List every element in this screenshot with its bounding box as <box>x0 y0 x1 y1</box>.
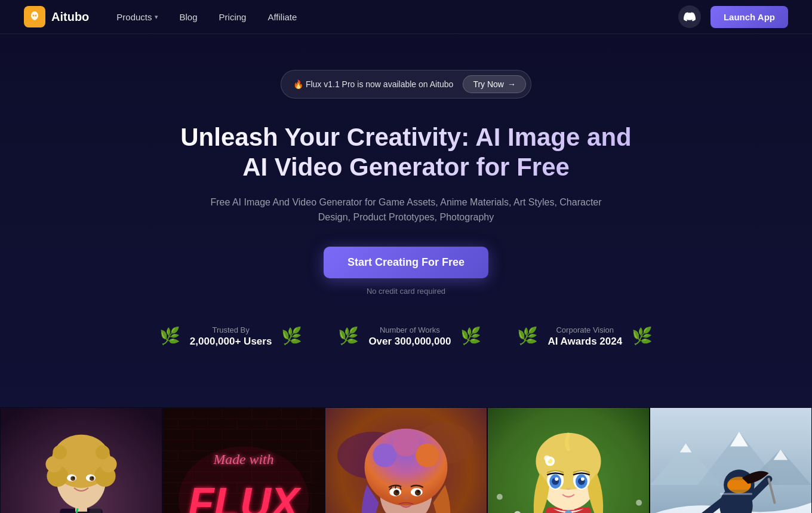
no-credit-text: No credit card required <box>367 287 445 296</box>
gallery-item-skier[interactable] <box>650 407 812 513</box>
chevron-down-icon: ▾ <box>155 13 158 21</box>
nav-right: Launch App <box>678 5 788 28</box>
svg-point-0 <box>33 15 35 17</box>
svg-point-128 <box>417 490 420 493</box>
nav-links: Products ▾ Blog Pricing Affiliate <box>108 7 305 27</box>
launch-app-button[interactable]: Launch App <box>710 6 788 28</box>
stats-row: 🌿 Trusted By 2,000,000+ Users 🌿 🌿 Number… <box>159 325 653 348</box>
cta-button[interactable]: Start Creating For Free <box>324 247 488 278</box>
announcement-bar[interactable]: 🔥 Flux v1.1 Pro is now available on Aitu… <box>281 70 531 99</box>
nav-left: Aitubo Products ▾ Blog Pricing Affiliate <box>24 6 305 27</box>
logo-link[interactable]: Aitubo <box>24 6 89 27</box>
svg-text:FLUX: FLUX <box>188 479 302 513</box>
try-now-button[interactable]: Try Now → <box>463 75 526 93</box>
svg-point-15 <box>96 446 110 460</box>
svg-point-121 <box>416 444 439 468</box>
stat-award: 🌿 Corporate Vision AI Awards 2024 🌿 <box>517 325 653 348</box>
gallery-art-flux: Made with FLUX FLUX <box>163 408 324 513</box>
gallery-item-anime[interactable] <box>487 407 650 513</box>
svg-point-151 <box>581 477 585 481</box>
gallery-row: Made with FLUX FLUX <box>0 407 812 513</box>
laurel-right-trusted: 🌿 <box>281 328 302 345</box>
svg-point-21 <box>73 477 75 479</box>
hero-subtitle: Free AI Image And Video Generator for Ga… <box>203 195 609 225</box>
laurel-right-works: 🌿 <box>460 328 481 345</box>
nav-link-products[interactable]: Products ▾ <box>108 7 166 27</box>
stat-works: 🌿 Number of Works Over 300,000,000 🌿 <box>338 325 481 348</box>
svg-point-154 <box>544 455 550 461</box>
hero-title: Unleash Your Creativity: AI Image and AI… <box>167 122 645 183</box>
gallery-art-skier <box>650 408 811 513</box>
laurel-left-award: 🌿 <box>517 328 538 345</box>
laurel-left-trusted: 🌿 <box>159 328 180 345</box>
svg-point-16 <box>74 440 88 454</box>
svg-point-14 <box>53 446 67 460</box>
svg-text:Made with: Made with <box>213 451 273 467</box>
discord-button[interactable] <box>678 5 701 28</box>
navigation: Aitubo Products ▾ Blog Pricing Affiliate <box>0 0 812 34</box>
gallery-wrapper: Made with FLUX FLUX <box>0 407 812 513</box>
brand-name: Aitubo <box>51 10 89 24</box>
nav-link-pricing[interactable]: Pricing <box>211 7 255 27</box>
hero-section: 🔥 Flux v1.1 Pro is now available on Aitu… <box>0 34 812 407</box>
svg-point-138 <box>636 500 642 506</box>
gallery-art-colorful-hair <box>325 408 487 513</box>
laurel-left-works: 🌿 <box>338 328 359 345</box>
svg-point-137 <box>497 494 503 500</box>
gallery-art-woman <box>1 408 162 513</box>
svg-point-1 <box>35 15 37 17</box>
laurel-right-award: 🌿 <box>632 328 653 345</box>
arrow-right-icon: → <box>508 79 516 89</box>
gallery-art-anime <box>488 408 649 513</box>
svg-point-22 <box>91 477 93 479</box>
nav-link-blog[interactable]: Blog <box>171 7 206 27</box>
nav-link-affiliate[interactable]: Affiliate <box>259 7 305 27</box>
announcement-text: 🔥 Flux v1.1 Pro is now available on Aitu… <box>293 79 453 89</box>
discord-icon <box>684 11 696 23</box>
gallery-item-colorful-hair[interactable] <box>325 407 487 513</box>
logo-icon <box>24 6 45 27</box>
svg-point-122 <box>393 431 419 457</box>
svg-point-127 <box>396 490 398 493</box>
stat-trusted: 🌿 Trusted By 2,000,000+ Users 🌿 <box>159 325 303 348</box>
gallery-item-flux[interactable]: Made with FLUX FLUX <box>162 407 325 513</box>
svg-point-120 <box>373 444 396 468</box>
gallery-item-woman[interactable] <box>0 407 162 513</box>
svg-point-150 <box>555 477 558 481</box>
